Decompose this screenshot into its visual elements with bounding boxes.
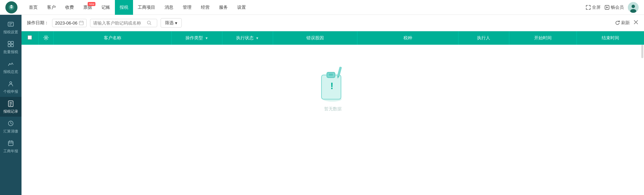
sidebar-item-settlement[interactable]: 汇算清缴: [0, 117, 22, 136]
svg-point-15: [45, 37, 47, 38]
data-table: 客户名称 操作类型 ▼ 执行状态 ▼ 错误股因 税种 执行人 开始时间 结束时间: [22, 31, 644, 125]
scrollbar-right[interactable]: [641, 45, 643, 58]
th-executor: 执行人: [459, 31, 509, 45]
search-input[interactable]: [93, 21, 147, 26]
empty-illustration: !: [316, 65, 350, 102]
summary-icon: [7, 61, 14, 68]
nav-item-message[interactable]: 消息: [160, 0, 178, 15]
annual-icon: [7, 140, 14, 147]
nav-item-settings[interactable]: 设置: [232, 0, 251, 15]
refresh-label: 刷新: [621, 20, 630, 26]
th-taxtype: 税种: [357, 31, 458, 45]
member-button[interactable]: 畅会员: [605, 4, 624, 10]
top-nav: 首页客户收费票据new记账报税工商项目消息管理经营服务设置 全屏 畅会员: [0, 0, 644, 15]
refresh-icon: [615, 21, 620, 25]
nav-items: 首页客户收费票据new记账报税工商项目消息管理经营服务设置: [24, 0, 251, 15]
refresh-button[interactable]: 刷新: [615, 20, 630, 26]
table-header-row: 客户名称 操作类型 ▼ 执行状态 ▼ 错误股因 税种 执行人 开始时间 结束时间: [22, 31, 644, 45]
sort-status-icon: ▼: [256, 36, 259, 40]
sort-optype-icon: ▼: [205, 36, 208, 40]
nav-item-invoice[interactable]: 票据new: [79, 0, 97, 15]
nav-right: 全屏 畅会员: [586, 2, 639, 13]
close-button[interactable]: [633, 20, 639, 27]
sidebar-item-batch-tax[interactable]: 批量报税: [0, 37, 22, 57]
app-logo[interactable]: [5, 1, 17, 13]
th-status[interactable]: 执行状态 ▼: [222, 31, 273, 45]
nav-item-customer[interactable]: 客户: [42, 0, 60, 15]
date-picker[interactable]: 2023-06-06: [52, 19, 87, 27]
filter-button[interactable]: 筛选 ▾: [161, 18, 182, 28]
chevron-down-icon: ▾: [175, 21, 177, 26]
sidebar-item-label-personal-tax: 个税申报: [3, 89, 18, 94]
gear-settings-icon: [7, 21, 14, 28]
calendar-icon: [79, 21, 84, 25]
empty-text: 暂无数据: [324, 106, 342, 112]
sidebar-item-label-settlement: 汇算清缴: [3, 129, 18, 134]
sidebar-item-personal-tax[interactable]: 个税申报: [0, 77, 22, 97]
svg-rect-19: [329, 74, 333, 76]
select-all-checkbox[interactable]: [28, 35, 32, 40]
svg-point-2: [632, 5, 635, 8]
th-gear[interactable]: [38, 31, 53, 45]
th-errorreason: 错误股因: [273, 31, 357, 45]
svg-text:!: !: [330, 81, 333, 91]
play-icon: [605, 5, 609, 10]
settlement-icon: [7, 120, 14, 127]
th-endtime: 结束时间: [576, 31, 644, 45]
toolbar: 操作日期： 2023-06-06 筛选 ▾: [22, 15, 644, 31]
table-body: ! 暂无数据: [22, 45, 644, 125]
svg-rect-13: [79, 21, 83, 25]
search-box[interactable]: [90, 19, 157, 27]
empty-state: ! 暂无数据: [22, 45, 644, 125]
svg-rect-21: [337, 67, 342, 76]
svg-rect-4: [8, 22, 13, 26]
content-area: 操作日期： 2023-06-06 筛选 ▾: [22, 15, 644, 195]
avatar-icon: [628, 2, 639, 13]
search-icon: [147, 21, 152, 25]
sidebar-item-label-tax-settings: 报税设置: [3, 30, 18, 35]
nav-item-account[interactable]: 记账: [97, 0, 115, 15]
nav-item-service[interactable]: 服务: [214, 0, 232, 15]
member-label: 畅会员: [611, 4, 624, 10]
svg-rect-12: [8, 141, 13, 146]
nav-item-tax[interactable]: 报税: [115, 0, 133, 15]
fullscreen-button[interactable]: 全屏: [586, 4, 601, 10]
sidebar-item-label-batch-tax: 批量报税: [3, 49, 18, 54]
date-value: 2023-06-06: [55, 21, 78, 26]
sidebar-item-annual-report[interactable]: 工商年报: [0, 136, 22, 156]
batch-icon: [7, 41, 14, 48]
sidebar-item-tax-record[interactable]: 报税记录: [0, 97, 22, 117]
th-starttime: 开始时间: [509, 31, 576, 45]
close-icon: [633, 20, 639, 25]
svg-rect-5: [8, 41, 10, 44]
nav-item-manage[interactable]: 管理: [178, 0, 196, 15]
nav-item-home[interactable]: 首页: [24, 0, 42, 15]
fullscreen-label: 全屏: [592, 4, 601, 10]
svg-rect-7: [8, 44, 10, 47]
svg-point-9: [10, 82, 12, 84]
column-settings-icon: [43, 35, 49, 40]
table-wrap[interactable]: 客户名称 操作类型 ▼ 执行状态 ▼ 错误股因 税种 执行人 开始时间 结束时间: [22, 31, 644, 195]
sidebar-item-tax-summary[interactable]: 报税总览: [0, 57, 22, 77]
svg-rect-8: [11, 44, 13, 47]
sidebar-item-tax-settings[interactable]: 报税设置: [0, 17, 22, 37]
empty-svg-icon: !: [316, 65, 350, 102]
th-optype[interactable]: 操作类型 ▼: [172, 31, 222, 45]
person-icon: [7, 80, 14, 88]
nav-item-billing[interactable]: 收费: [60, 0, 79, 15]
th-name: 客户名称: [53, 31, 172, 45]
sidebar: 报税设置批量报税报税总览个税申报报税记录汇算清缴工商年报: [0, 15, 22, 195]
sidebar-item-label-tax-record: 报税记录: [3, 109, 18, 114]
sidebar-item-label-annual-report: 工商年报: [3, 149, 18, 154]
user-avatar[interactable]: [628, 2, 639, 13]
date-label: 操作日期：: [27, 20, 49, 26]
th-checkbox[interactable]: [22, 31, 38, 45]
filter-label: 筛选: [165, 20, 174, 26]
empty-row: ! 暂无数据: [22, 45, 644, 125]
main-layout: 报税设置批量报税报税总览个税申报报税记录汇算清缴工商年报 操作日期： 2023-…: [0, 15, 644, 195]
nav-item-finance[interactable]: 经营: [196, 0, 214, 15]
fullscreen-icon: [586, 5, 591, 10]
record-icon: [7, 100, 14, 108]
nav-item-business[interactable]: 工商项目: [133, 0, 160, 15]
svg-rect-6: [11, 41, 13, 44]
